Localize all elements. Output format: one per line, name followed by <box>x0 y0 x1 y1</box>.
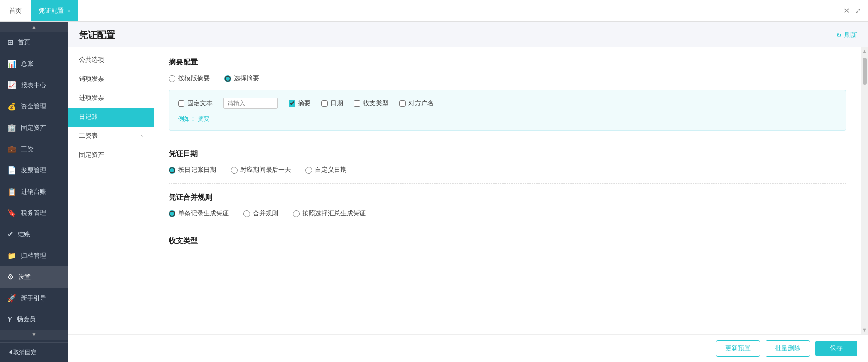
sidebar-item-member[interactable]: V 畅会员 <box>0 309 68 330</box>
scroll-down-arrow[interactable]: ▼ <box>860 325 868 334</box>
sidebar-item-beginner[interactable]: 🚀 新手引导 <box>0 288 68 309</box>
radio-template-summary[interactable]: 按模版摘要 <box>169 74 210 83</box>
fund-icon: 💰 <box>7 102 16 111</box>
checkbox-counterparty-label: 对方户名 <box>408 99 434 108</box>
checkbox-fixed-text-label: 固定文本 <box>187 99 213 108</box>
sidebar-item-fund-mgmt[interactable]: 💰 资金管理 <box>0 96 68 117</box>
merge-rules-title: 凭证合并规则 <box>169 193 846 202</box>
sidebar-item-label: 畅会员 <box>17 315 36 323</box>
fixed-text-input[interactable] <box>223 98 278 109</box>
example-prefix: 例如： <box>178 115 196 122</box>
radio-template-input[interactable] <box>169 75 175 82</box>
radio-last-day-input[interactable] <box>231 167 238 174</box>
checkbox-fixed-text[interactable]: 固定文本 <box>178 99 213 108</box>
sidebar-item-label: 归档管理 <box>21 252 46 260</box>
close-window-icon[interactable]: ✕ <box>844 6 849 15</box>
sidebar-item-payroll[interactable]: 💼 工资 <box>0 138 68 160</box>
checkbox-income-type[interactable]: 收支类型 <box>354 99 388 108</box>
section-summary-config: 摘要配置 按模版摘要 选择摘要 <box>169 58 846 131</box>
tab-home[interactable]: 首页 <box>0 0 31 21</box>
divider-3 <box>169 227 846 227</box>
sidebar-item-settings[interactable]: ⚙ 设置 <box>0 266 68 288</box>
refresh-button[interactable]: ↻ 刷新 <box>836 31 857 39</box>
sidebar-item-label: 发票管理 <box>21 166 46 175</box>
sidebar-item-invoice-mgmt[interactable]: 📄 发票管理 <box>0 160 68 181</box>
nav-label: 销项发票 <box>79 75 104 83</box>
period-end-icon: ✔ <box>7 230 13 239</box>
home-icon: ⊞ <box>7 38 13 47</box>
nav-journal[interactable]: 日记账 <box>68 108 154 127</box>
radio-last-day-label: 对应期间最后一天 <box>240 166 291 174</box>
sidebar-scroll-down[interactable]: ▼ <box>0 330 68 340</box>
update-preview-button[interactable]: 更新预置 <box>716 340 760 357</box>
sidebar-scroll-up[interactable]: ▲ <box>0 22 68 32</box>
radio-merge-rules-input[interactable] <box>243 210 250 217</box>
chevron-down-icon: › <box>141 133 143 139</box>
nav-payroll-table[interactable]: 工资表 › <box>68 127 154 146</box>
nav-purchase-invoice[interactable]: 进项发票 <box>68 88 154 108</box>
checkbox-counterparty-input[interactable] <box>399 100 406 107</box>
checkbox-summary[interactable]: 摘要 <box>289 99 310 108</box>
sidebar-item-label: 报表中心 <box>21 81 46 89</box>
right-content: 摘要配置 按模版摘要 选择摘要 <box>154 47 861 334</box>
tab-voucher-config[interactable]: 凭证配置 × <box>31 0 78 21</box>
checkbox-income-type-input[interactable] <box>354 100 360 107</box>
radio-select-input[interactable] <box>224 75 231 82</box>
sidebar-item-tax-mgmt[interactable]: 🔖 税务管理 <box>0 202 68 224</box>
sidebar-item-fixed-assets[interactable]: 🏢 固定资产 <box>0 117 68 138</box>
checkbox-date[interactable]: 日期 <box>321 99 343 108</box>
section-income-type: 收支类型 <box>169 236 846 246</box>
radio-single-record[interactable]: 单条记录生成凭证 <box>169 210 229 218</box>
nav-public-options[interactable]: 公共选项 <box>68 50 154 69</box>
sidebar-item-label: 新手引导 <box>21 294 46 303</box>
assets-icon: 🏢 <box>7 123 16 132</box>
sidebar-item-label: 固定资产 <box>21 124 46 132</box>
checkbox-counterparty[interactable]: 对方户名 <box>399 99 434 108</box>
left-nav: 公共选项 销项发票 进项发票 日记账 工资表 › 固定资产 <box>68 47 154 334</box>
radio-select-generate-input[interactable] <box>293 210 300 217</box>
bottom-action-bar: 更新预置 批量删除 保存 <box>68 334 868 362</box>
sidebar-item-purchase-sales[interactable]: 📋 进销台账 <box>0 181 68 202</box>
checkbox-fixed-text-input[interactable] <box>178 100 184 107</box>
nav-sales-invoice[interactable]: 销项发票 <box>68 69 154 88</box>
sidebar-item-period-end[interactable]: ✔ 结账 <box>0 224 68 245</box>
nav-label: 固定资产 <box>79 151 104 159</box>
radio-last-day[interactable]: 对应期间最后一天 <box>231 166 291 174</box>
tab-close-icon[interactable]: × <box>68 8 71 14</box>
sidebar-item-archive[interactable]: 📁 归档管理 <box>0 245 68 266</box>
sidebar-item-general-ledger[interactable]: 📊 总账 <box>0 53 68 74</box>
radio-merge-rules-label: 合并规则 <box>253 210 278 218</box>
batch-delete-button[interactable]: 批量删除 <box>766 340 810 357</box>
content-area: 凭证配置 ↻ 刷新 公共选项 销项发票 进项发票 日记账 <box>68 22 868 362</box>
checkbox-date-input[interactable] <box>321 100 328 107</box>
main-layout: ▲ ⊞ 首页 📊 总账 📈 报表中心 💰 资金管理 🏢 固定资产 💼 工资 📄 … <box>0 22 868 362</box>
tab-label: 凭证配置 <box>39 7 64 15</box>
radio-single-record-input[interactable] <box>169 210 175 217</box>
sidebar-item-home[interactable]: ⊞ 首页 <box>0 32 68 53</box>
radio-by-journal-date[interactable]: 按日记账日期 <box>169 166 216 174</box>
save-button[interactable]: 保存 <box>815 341 857 356</box>
tax-icon: 🔖 <box>7 209 16 217</box>
scroll-thumb[interactable] <box>863 58 867 85</box>
divider-2 <box>169 183 846 184</box>
example-value: 摘要 <box>198 115 209 122</box>
radio-merge-rules[interactable]: 合并规则 <box>243 210 278 218</box>
sidebar-item-label: 首页 <box>18 39 30 47</box>
scroll-up-arrow[interactable]: ▲ <box>860 47 868 56</box>
section-merge-rules: 凭证合并规则 单条记录生成凭证 合并规则 <box>169 193 846 218</box>
checkbox-summary-input[interactable] <box>289 100 295 107</box>
radio-select-generate[interactable]: 按照选择汇总生成凭证 <box>293 210 366 218</box>
right-scrollbar[interactable]: ▲ ▼ <box>861 47 868 334</box>
radio-journal-date-input[interactable] <box>169 167 175 174</box>
sidebar-unpin[interactable]: ◀取消固定 <box>0 342 68 362</box>
nav-fixed-assets-sub[interactable]: 固定资产 <box>68 146 154 165</box>
radio-custom-date-input[interactable] <box>305 167 312 174</box>
radio-custom-date[interactable]: 自定义日期 <box>305 166 347 174</box>
section-voucher-date: 凭证日期 按日记账日期 对应期间最后一天 <box>169 149 846 174</box>
radio-select-summary[interactable]: 选择摘要 <box>224 74 259 83</box>
sidebar-item-report-center[interactable]: 📈 报表中心 <box>0 74 68 96</box>
nav-label: 日记账 <box>79 113 98 121</box>
nav-label: 工资表 <box>79 132 98 140</box>
unpin-label: ◀取消固定 <box>7 348 37 357</box>
resize-window-icon[interactable]: ⤢ <box>855 6 861 15</box>
